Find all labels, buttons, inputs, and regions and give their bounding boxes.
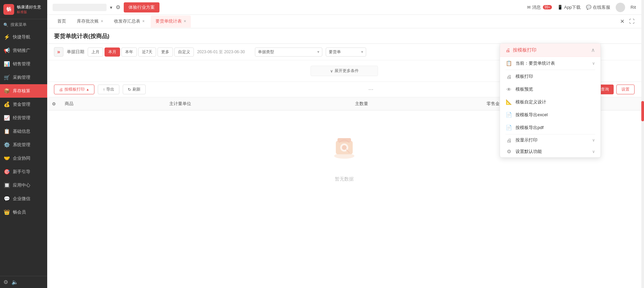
sidebar-item-guide[interactable]: 🎯新手引导: [0, 165, 47, 179]
sidebar: 畅 畅康通好生意 标准版 🔍 搜索菜单 ⚡快捷导航📢营销推广📊销售管理🛒采购管理…: [0, 0, 47, 288]
date-options: 上月本月本年近7天更多自定义: [88, 47, 194, 57]
date-btn-prev-month[interactable]: 上月: [88, 47, 103, 57]
date-btn-more[interactable]: 更多: [157, 47, 173, 57]
sidebar-item-app-center[interactable]: 🔲应用中心: [0, 179, 47, 192]
date-btn-cur-month[interactable]: 本月: [105, 47, 120, 57]
member-label: 畅会员: [13, 209, 26, 215]
online-service-item[interactable]: 💬 在线客服: [586, 4, 610, 10]
tab-maximize-btn[interactable]: ⛶: [628, 17, 636, 26]
tabbar-right: ✕ ⛶: [619, 17, 636, 26]
template-print-icon: 🖨: [505, 74, 512, 79]
inventory-label: 库存核算: [13, 88, 30, 94]
messages-badge: 99+: [543, 5, 552, 9]
sidebar-item-quick-nav[interactable]: ⚡快捷导航: [0, 30, 47, 44]
more-icon[interactable]: ···: [368, 86, 373, 93]
filter-toggle-btn[interactable]: »: [54, 47, 63, 57]
sidebar-item-member[interactable]: 👑畅会员: [0, 205, 47, 219]
right-scrollbar[interactable]: [641, 0, 644, 288]
th-settings[interactable]: ⚙: [47, 97, 61, 110]
svg-point-4: [342, 145, 347, 150]
sidebar-item-sales[interactable]: 📊销售管理: [0, 57, 47, 71]
template-preview-icon: 👁: [505, 87, 512, 92]
refresh-btn[interactable]: ↻ 刷新: [123, 85, 146, 94]
print-dropdown-close-btn[interactable]: ∧: [591, 47, 595, 53]
tab-home[interactable]: 首页: [53, 15, 71, 28]
tab-order-stats[interactable]: 要货单统计表×: [151, 15, 191, 28]
finance-icon: 💰: [3, 101, 10, 108]
finance-label: 资金管理: [13, 101, 30, 107]
sidebar-item-basic-info[interactable]: 📋基础信息: [0, 125, 47, 138]
export-icon: ↑: [103, 87, 105, 92]
print-dropdown-header: 🖨 按模板打印 ∧: [500, 43, 601, 57]
tab-order-stats-close[interactable]: ×: [184, 19, 186, 23]
date-btn-cur-year[interactable]: 本年: [121, 47, 137, 57]
sidebar-item-finance[interactable]: 💰资金管理: [0, 98, 47, 111]
sidebar-item-enterprise-wechat[interactable]: 💬企业微信: [0, 192, 47, 205]
sidebar-item-marketing[interactable]: 📢营销推广: [0, 44, 47, 57]
print-template-btn[interactable]: 🖨 按模板打印 ▲: [54, 85, 94, 94]
export-btn[interactable]: ↑ 导出: [98, 85, 119, 94]
tab-collect-account-close[interactable]: ×: [142, 19, 145, 23]
default-func-label: 设置默认功能: [516, 149, 542, 155]
avatar[interactable]: [616, 3, 625, 12]
system-icon: ⚙️: [3, 141, 10, 148]
default-func-arrow: ∨: [592, 149, 595, 154]
print-current-template-item[interactable]: 📋 当前：要货单统计表 ∨: [500, 57, 601, 70]
sidebar-item-enterprise[interactable]: 🤝企业协同: [0, 152, 47, 165]
logo-icon: 畅: [3, 4, 14, 15]
topbar-right: ✉ 消息 99+ 📱 App下载 💬 在线客服 Rit: [527, 3, 636, 12]
sound-bottom-icon[interactable]: 🔈: [11, 279, 18, 285]
topbar-dropdown-btn[interactable]: ▾: [110, 5, 112, 10]
tab-close-all-btn[interactable]: ✕: [619, 17, 626, 26]
tab-collect-account[interactable]: 收发存汇总表×: [109, 15, 149, 28]
app-center-icon: 🔲: [3, 182, 10, 189]
settings-bottom-icon[interactable]: ⚙: [3, 279, 8, 285]
date-btn-last7[interactable]: 近7天: [138, 47, 156, 57]
app-download-item[interactable]: 📱 App下载: [557, 4, 581, 10]
tab-batch-account-close[interactable]: ×: [101, 19, 103, 23]
sidebar-item-system[interactable]: ⚙️系统管理: [0, 138, 47, 152]
search-menu-item[interactable]: 🔍 搜索菜单: [0, 19, 47, 30]
sidebar-nav: ⚡快捷导航📢营销推广📊销售管理🛒采购管理📦库存核算💰资金管理📈经营管理📋基础信息…: [0, 30, 47, 276]
doc-type-select[interactable]: 单据类型 ▾: [255, 47, 322, 57]
template-design-item[interactable]: 📐 模板自定义设计: [500, 96, 601, 108]
default-func-section[interactable]: ⚙ 设置默认功能 ∨: [500, 146, 601, 157]
template-excel-item[interactable]: 📄 按模板导出excel: [500, 108, 601, 121]
order-type-select[interactable]: 要货单 ▾: [326, 47, 366, 57]
template-pdf-item[interactable]: 📄 按模板导出pdf: [500, 121, 601, 134]
marketing-icon: 📢: [3, 47, 10, 54]
empty-illustration: [327, 131, 361, 164]
enterprise-icon: 🤝: [3, 155, 10, 162]
tab-batch-account[interactable]: 库存批次账×: [72, 15, 108, 28]
date-label: 单据日期: [67, 49, 84, 55]
template-print-item[interactable]: 🖨 模板打印: [500, 70, 601, 83]
operations-label: 经营管理: [13, 115, 30, 121]
scrollbar-thumb: [641, 101, 644, 121]
default-func-icon: ⚙: [505, 149, 512, 155]
sidebar-item-purchase[interactable]: 🛒采购管理: [0, 71, 47, 84]
toolbar-right: 查询 设置: [596, 85, 635, 94]
tabbar: 首页库存批次账×收发存汇总表×要货单统计表× ✕ ⛶: [47, 15, 641, 28]
th-product: 商品: [61, 97, 165, 110]
sidebar-item-inventory[interactable]: 📦库存核算: [0, 84, 47, 98]
template-preview-item[interactable]: 👁 模板预览: [500, 83, 601, 96]
display-print-icon: 🖨: [505, 137, 512, 143]
display-print-arrow: ∨: [592, 138, 595, 142]
topbar-settings-btn[interactable]: ⚙: [116, 4, 120, 10]
refresh-icon: ↻: [128, 87, 131, 92]
current-template-label: 当前：要货单统计表: [516, 60, 555, 66]
tab-batch-account-label: 库存批次账: [77, 18, 99, 24]
basic-info-label: 基础信息: [13, 128, 30, 134]
sales-icon: 📊: [3, 61, 10, 67]
expand-more-btn[interactable]: ∨ 展开更多条件: [311, 66, 378, 76]
date-btn-custom[interactable]: 自定义: [174, 47, 194, 57]
username-label: Rit: [631, 5, 636, 10]
trial-btn[interactable]: 体验行业方案: [124, 2, 159, 12]
settings-btn[interactable]: 设置: [616, 85, 635, 94]
topbar: ▾ ⚙ 体验行业方案 ✉ 消息 99+ 📱 App下载 💬 在线客服 Rit: [47, 0, 641, 15]
display-print-section[interactable]: 🖨 按显示打印 ∨: [500, 134, 601, 146]
messages-label: 消息: [532, 4, 541, 10]
messages-item[interactable]: ✉ 消息 99+: [527, 4, 552, 10]
topbar-search-input[interactable]: [53, 4, 107, 11]
sidebar-item-operations[interactable]: 📈经营管理: [0, 111, 47, 125]
